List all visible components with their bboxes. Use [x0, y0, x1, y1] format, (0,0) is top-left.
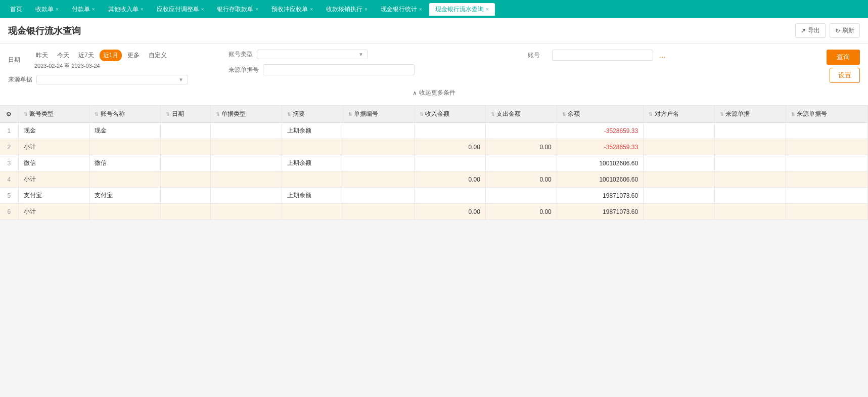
cell-expense: 0.00	[485, 204, 557, 220]
cell-source-doc-no	[786, 188, 867, 204]
chevron-up-icon: ∧	[413, 90, 417, 97]
account-filter-row: 账号 ...	[528, 50, 819, 61]
cell-balance: 100102606.60	[557, 171, 643, 188]
cell-source-doc	[715, 123, 786, 139]
date-label: 日期	[8, 56, 28, 64]
col-balance[interactable]: ⇅ 余额	[557, 106, 643, 123]
table-row: 5 支付宝 支付宝 上期余额 19871073.60	[0, 188, 868, 204]
source-doc-label: 来源单据	[8, 75, 32, 84]
cell-doc-no	[343, 139, 415, 155]
cell-counterpart	[644, 204, 715, 220]
nav-tab-qita[interactable]: 其他收入单 ×	[102, 3, 150, 16]
table-header-row: ⚙ ⇅ 账号类型 ⇅ 账号名称 ⇅ 日期 ⇅ 单据类型	[0, 106, 868, 123]
col-summary[interactable]: ⇅ 摘要	[282, 106, 343, 123]
cell-doc-type	[211, 123, 282, 139]
nav-tab-liushui[interactable]: 现金银行流水查询 ×	[429, 3, 495, 16]
row-number: 2	[0, 139, 18, 155]
export-button[interactable]: ↗ 导出	[795, 23, 826, 38]
cell-balance: 100102606.60	[557, 155, 643, 171]
nav-tab-yushou[interactable]: 预收冲应收单 ×	[265, 3, 319, 16]
cell-doc-no	[343, 123, 415, 139]
page-header: 现金银行流水查询 ↗ 导出 ↻ 刷新	[0, 18, 868, 43]
sort-icon: ⇅	[24, 112, 28, 117]
sort-icon: ⇅	[420, 112, 424, 117]
col-account-type[interactable]: ⇅ 账号类型	[18, 106, 89, 123]
date-btn-custom[interactable]: 自定义	[145, 50, 170, 61]
date-btn-today[interactable]: 今天	[54, 50, 73, 61]
cell-account-type: 小计	[18, 171, 89, 188]
close-icon[interactable]: ×	[310, 7, 313, 12]
cell-source-doc-no	[786, 204, 867, 220]
col-source-doc-no[interactable]: ⇅ 来源单据号	[786, 106, 867, 123]
account-type-select[interactable]: ▼	[257, 50, 368, 59]
close-icon[interactable]: ×	[419, 7, 422, 12]
cell-date	[161, 204, 211, 220]
cell-summary: 上期余额	[282, 188, 343, 204]
refresh-icon: ↻	[835, 27, 840, 34]
table-row: 4 小计 0.00 0.00 100102606.60	[0, 171, 868, 188]
close-icon[interactable]: ×	[255, 7, 258, 12]
close-icon[interactable]: ×	[364, 7, 368, 12]
col-expense[interactable]: ⇅ 支出金额	[485, 106, 557, 123]
nav-tab-yinhang[interactable]: 银行存取款单 ×	[211, 3, 264, 16]
refresh-button[interactable]: ↻ 刷新	[830, 23, 860, 38]
data-table-container: ⚙ ⇅ 账号类型 ⇅ 账号名称 ⇅ 日期 ⇅ 单据类型	[0, 106, 868, 220]
source-doc-no-label: 来源单据号	[229, 66, 259, 74]
close-icon[interactable]: ×	[201, 7, 204, 12]
cell-source-doc-no	[786, 171, 867, 188]
action-buttons: 查询 设置	[827, 50, 860, 83]
source-doc-select[interactable]: ▼	[36, 75, 188, 84]
chevron-down-icon: ▼	[358, 52, 363, 57]
account-dots[interactable]: ...	[657, 51, 668, 60]
cell-account-type: 支付宝	[18, 188, 89, 204]
close-icon[interactable]: ×	[56, 7, 59, 12]
close-icon[interactable]: ×	[486, 7, 489, 12]
cell-balance: 19871073.60	[557, 188, 643, 204]
date-btn-more[interactable]: 更多	[124, 50, 143, 61]
query-button[interactable]: 查询	[827, 50, 860, 65]
cell-doc-type	[211, 188, 282, 204]
collapse-bar[interactable]: ∧ 收起更多条件	[8, 86, 860, 99]
source-doc-no-input[interactable]	[263, 64, 415, 75]
col-source-doc[interactable]: ⇅ 来源单据	[715, 106, 786, 123]
nav-tab-shoukuan[interactable]: 收款单 ×	[29, 3, 65, 16]
account-type-label: 账号类型	[229, 50, 253, 59]
date-btn-7days[interactable]: 近7天	[75, 50, 98, 61]
cell-doc-no	[343, 204, 415, 220]
cell-doc-no	[343, 188, 415, 204]
export-icon: ↗	[801, 27, 806, 34]
account-input[interactable]	[552, 50, 653, 61]
source-doc-filter-row: 来源单据 ▼	[8, 75, 220, 84]
chevron-down-icon: ▼	[178, 77, 184, 82]
row-number: 6	[0, 204, 18, 220]
table-body: 1 现金 现金 上期余额 -3528659.33 2 小计 0.00 0.00 …	[0, 123, 868, 220]
nav-tab-yingshou[interactable]: 应收应付调整单 ×	[151, 3, 210, 16]
cell-summary	[282, 204, 343, 220]
row-number: 1	[0, 123, 18, 139]
nav-tab-shoukuan-hexiao[interactable]: 收款核销执行 ×	[320, 3, 374, 16]
table-row: 2 小计 0.00 0.00 -3528659.33	[0, 139, 868, 155]
nav-tab-home[interactable]: 首页	[4, 3, 28, 16]
col-doc-no[interactable]: ⇅ 单据编号	[343, 106, 415, 123]
cell-account-name: 支付宝	[89, 188, 161, 204]
nav-tab-tongji[interactable]: 现金银行统计 ×	[375, 3, 428, 16]
date-btn-yesterday[interactable]: 昨天	[32, 50, 52, 61]
cell-balance: -3528659.33	[557, 123, 643, 139]
close-icon[interactable]: ×	[92, 7, 95, 12]
cell-expense: 0.00	[485, 171, 557, 188]
sort-icon: ⇅	[95, 112, 99, 117]
col-settings[interactable]: ⚙	[0, 106, 18, 123]
sort-icon: ⇅	[287, 112, 291, 117]
date-btn-1month[interactable]: 近1月	[100, 50, 122, 61]
date-range-display: 2023-02-24 至 2023-03-24	[34, 62, 170, 70]
nav-tab-fukuan[interactable]: 付款单 ×	[66, 3, 101, 16]
col-date[interactable]: ⇅ 日期	[161, 106, 211, 123]
cell-income	[414, 123, 485, 139]
col-income[interactable]: ⇅ 收入金额	[414, 106, 485, 123]
col-doc-type[interactable]: ⇅ 单据类型	[211, 106, 282, 123]
close-icon[interactable]: ×	[141, 7, 144, 12]
col-account-name[interactable]: ⇅ 账号名称	[89, 106, 161, 123]
settings-button[interactable]: 设置	[830, 68, 860, 83]
col-counterpart[interactable]: ⇅ 对方户名	[644, 106, 715, 123]
cell-counterpart	[644, 171, 715, 188]
